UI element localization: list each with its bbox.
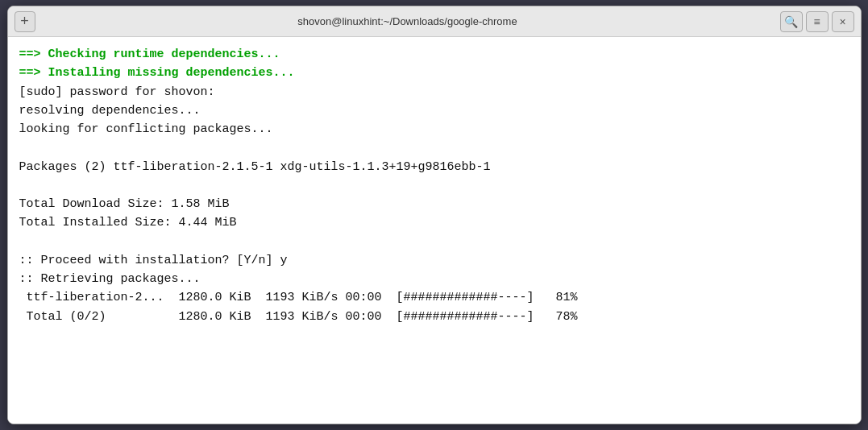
close-icon: ×	[839, 15, 845, 28]
terminal-line: Total (0/2) 1280.0 KiB 1193 KiB/s 00:00 …	[19, 308, 849, 326]
terminal-line: Packages (2) ttf-liberation-2.1.5-1 xdg-…	[19, 158, 849, 176]
search-icon: 🔍	[784, 15, 798, 28]
terminal-line: Total Installed Size: 4.44 MiB	[19, 213, 849, 232]
terminal-line: ==> Checking runtime dependencies...	[19, 45, 849, 64]
terminal-line: :: Retrieving packages...	[19, 270, 849, 288]
terminal-line	[19, 139, 849, 157]
new-tab-button[interactable]: +	[15, 11, 35, 32]
terminal-line	[19, 233, 849, 251]
close-button[interactable]: ×	[832, 11, 854, 32]
terminal-line: Total Download Size: 1.58 MiB	[19, 195, 849, 213]
menu-icon: ≡	[813, 15, 820, 28]
terminal-line: :: Proceed with installation? [Y/n] y	[19, 251, 849, 270]
terminal-line: looking for conflicting packages...	[19, 120, 849, 139]
window-title: shovon@linuxhint:~/Downloads/google-chro…	[40, 15, 775, 27]
terminal-line: ==> Installing missing dependencies...	[19, 64, 849, 82]
terminal-line: resolving dependencies...	[19, 101, 849, 120]
new-tab-icon: +	[20, 13, 29, 30]
titlebar-controls: 🔍 ≡ ×	[780, 11, 854, 32]
terminal-line: [sudo] password for shovon:	[19, 83, 849, 101]
terminal-line: ttf-liberation-2... 1280.0 KiB 1193 KiB/…	[19, 288, 849, 307]
terminal-line	[19, 176, 849, 195]
menu-button[interactable]: ≡	[806, 11, 829, 32]
titlebar: + shovon@linuxhint:~/Downloads/google-ch…	[8, 6, 861, 37]
terminal-output[interactable]: ==> Checking runtime dependencies...==> …	[8, 37, 861, 424]
terminal-window: + shovon@linuxhint:~/Downloads/google-ch…	[7, 6, 862, 424]
search-button[interactable]: 🔍	[780, 11, 803, 32]
